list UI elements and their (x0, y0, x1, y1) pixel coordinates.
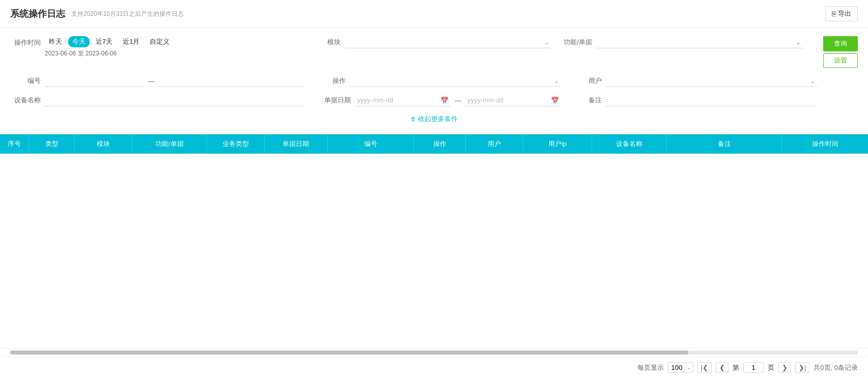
page-size-select[interactable]: 100 50 200 (668, 362, 693, 373)
settings-button[interactable]: 设置 (823, 53, 858, 68)
device-input[interactable] (45, 94, 305, 106)
page-size-wrapper: 100 50 200 ⌄ (668, 362, 693, 373)
collapse-button[interactable]: ⤊ 收起更多条件 (410, 114, 458, 124)
col-user-ip: 用户ip (523, 134, 592, 154)
date-from-input[interactable] (355, 94, 451, 106)
collapse-up-icon: ⤊ (410, 115, 416, 123)
col-voucher-date: 单据日期 (264, 134, 327, 154)
user-select[interactable] (606, 75, 817, 87)
page-unit: 页 (768, 363, 774, 372)
col-user: 用户 (466, 134, 523, 154)
device-label: 设备名称 (10, 96, 41, 105)
user-label: 用户 (571, 76, 602, 85)
page-title: 系统操作日志 (10, 8, 65, 20)
module-select[interactable] (345, 36, 551, 48)
col-function: 功能/单据 (132, 134, 207, 154)
col-remark: 备注 (667, 134, 782, 154)
table-header-row: 序号 类型 模块 功能/单据 业务类型 单据日期 编号 操作 用户 用户ip 设… (0, 134, 868, 154)
page-subtitle: 支持2020年10月31日之后产生的操作日志 (71, 10, 184, 18)
page-prev-button[interactable]: ❮ (716, 362, 729, 373)
calendar-from-icon[interactable]: 📅 (440, 97, 449, 104)
data-table: 序号 类型 模块 功能/单据 业务类型 单据日期 编号 操作 用户 用户ip 设… (0, 134, 868, 154)
time-btn-7days[interactable]: 近7天 (92, 36, 117, 47)
empty-area (0, 154, 868, 332)
date-range-display: 2023-06-06 至 2023-06-06 (45, 49, 174, 58)
collapse-label: 收起更多条件 (418, 114, 458, 124)
table-header: 序号 类型 模块 功能/单据 业务类型 单据日期 编号 操作 用户 用户ip 设… (0, 134, 868, 154)
total-info: 共0页, 0条记录 (814, 363, 858, 372)
number-label: 编号 (10, 76, 41, 85)
table-area: 序号 类型 模块 功能/单据 业务类型 单据日期 编号 操作 用户 用户ip 设… (0, 134, 868, 348)
page-size-label: 每页显示 (637, 363, 664, 372)
function-select-wrapper: ⌄ (596, 36, 803, 48)
module-label: 模块 (310, 38, 341, 47)
page-header: 系统操作日志 支持2020年10月31日之后产生的操作日志 ⎘ 导出 (0, 0, 868, 28)
col-module: 模块 (75, 134, 132, 154)
col-type: 类型 (29, 134, 74, 154)
user-select-wrapper: ⌄ (606, 75, 817, 87)
export-button[interactable]: ⎘ 导出 (825, 6, 858, 21)
time-btn-today[interactable]: 今天 (68, 36, 90, 47)
remark-label: 备注 (571, 96, 602, 105)
date-to-input[interactable] (465, 94, 561, 106)
operation-select-wrapper: ⌄ (350, 75, 561, 87)
col-number: 编号 (328, 134, 414, 154)
time-filter-label: 操作时间 (10, 38, 41, 47)
query-button[interactable]: 查询 (823, 36, 858, 51)
number-input-to[interactable] (159, 75, 305, 87)
number-input-from[interactable] (45, 75, 144, 87)
number-dash: — (148, 77, 155, 85)
time-btn-1month[interactable]: 近1月 (119, 36, 144, 47)
page-next-button[interactable]: ❯ (778, 362, 791, 373)
date-from-wrapper: 📅 (355, 94, 451, 106)
filter-area: 操作时间 昨天 今天 近7天 近1月 自定义 2023-06-06 至 2023… (0, 28, 868, 134)
export-label: 导出 (838, 9, 851, 18)
remark-input[interactable] (606, 94, 817, 106)
time-buttons: 昨天 今天 近7天 近1月 自定义 (45, 36, 174, 47)
pagination-area: 每页显示 100 50 200 ⌄ |❮ ❮ 第 页 ❯ ❯| 共0页, 0条记… (0, 357, 868, 378)
col-device: 设备名称 (592, 134, 667, 154)
voucher-date-label: 单据日期 (315, 96, 351, 105)
time-btn-yesterday[interactable]: 昨天 (45, 36, 66, 47)
page-label: 第 (733, 363, 739, 372)
col-operation: 操作 (414, 134, 466, 154)
scrollbar-thumb[interactable] (10, 351, 688, 355)
calendar-to-icon[interactable]: 📅 (551, 97, 559, 104)
date-to-wrapper: 📅 (465, 94, 561, 106)
page-last-button[interactable]: ❯| (795, 362, 809, 373)
operation-label: 操作 (315, 76, 346, 85)
action-buttons: 查询 设置 (813, 36, 858, 68)
time-filter-wrapper: 昨天 今天 近7天 近1月 自定义 2023-06-06 至 2023-06-0… (45, 36, 174, 58)
header-left: 系统操作日志 支持2020年10月31日之后产生的操作日志 (10, 8, 184, 20)
collapse-row: ⤊ 收起更多条件 (10, 110, 858, 126)
col-index: 序号 (0, 134, 29, 154)
col-op-time: 操作时间 (782, 134, 868, 154)
page-input[interactable] (743, 362, 764, 373)
operation-select[interactable] (350, 75, 561, 87)
time-btn-custom[interactable]: 自定义 (146, 36, 174, 47)
export-icon: ⎘ (832, 10, 836, 18)
module-select-wrapper: ⌄ (345, 36, 551, 48)
page-first-button[interactable]: |❮ (697, 362, 712, 373)
scrollbar-track[interactable] (10, 351, 858, 355)
date-dash: — (455, 97, 461, 104)
function-label: 功能/单据 (562, 38, 592, 47)
function-select[interactable] (596, 36, 803, 48)
col-biz-type: 业务类型 (207, 134, 264, 154)
scrollbar-area (0, 348, 868, 357)
